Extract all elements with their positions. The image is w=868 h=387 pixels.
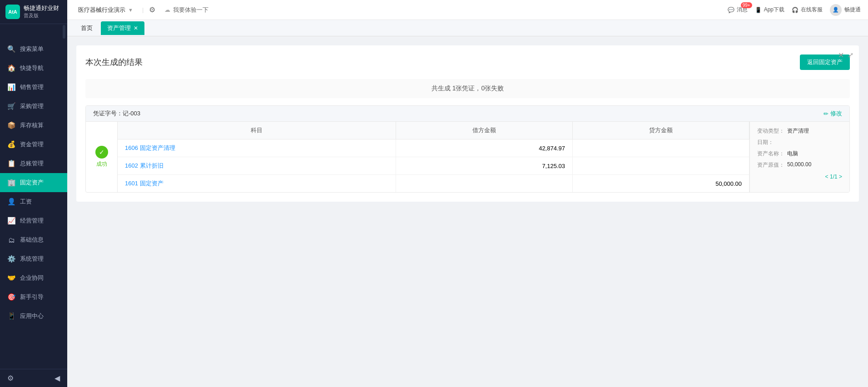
service-btn[interactable]: 🎧 在线客服 bbox=[792, 6, 823, 14]
tab-asset[interactable]: 资产管理 ✕ bbox=[101, 21, 144, 35]
funds-icon: 💰 bbox=[7, 140, 15, 149]
sidebar-item-guide[interactable]: 🎯 新手引导 bbox=[0, 288, 67, 307]
guide-icon: 🎯 bbox=[7, 293, 15, 301]
sidebar-item-inventory[interactable]: 📦 库存核算 bbox=[0, 116, 67, 135]
company-name: 医疗器械行业演示 bbox=[78, 6, 125, 14]
date-label: 日期： bbox=[757, 139, 774, 146]
expand-panel-btn[interactable]: ⤢ bbox=[848, 51, 853, 60]
credit-cell: 50,000.00 bbox=[573, 175, 749, 193]
app-download-label: App下载 bbox=[764, 6, 784, 14]
message-btn[interactable]: 💬 消息 99+ bbox=[728, 6, 748, 14]
voucher-table: 科目 借方金额 贷方金额 1606 固定资产清理 42,874.97 1602 … bbox=[118, 122, 749, 192]
sidebar-item-funds[interactable]: 💰 资金管理 bbox=[0, 135, 67, 154]
sidebar-item-payroll[interactable]: 👤 工资 bbox=[0, 192, 67, 211]
prev-btn[interactable]: < bbox=[825, 174, 828, 180]
tab-home[interactable]: 首页 bbox=[74, 21, 99, 35]
table-row: 1602 累计折旧 7,125.03 bbox=[118, 157, 749, 175]
status-text: 成功 bbox=[96, 160, 107, 168]
sidebar: AtA 畅捷通好业财 普及版 🔍 搜索菜单 🏠 快捷导航 📊 销售管理 🛒 采购… bbox=[0, 0, 67, 387]
page-title: 本次生成的结果 bbox=[85, 57, 143, 68]
result-header: 本次生成的结果 返回固定资产 bbox=[85, 55, 850, 70]
sidebar-item-basicinfo[interactable]: 🗂 基础信息 bbox=[0, 230, 67, 249]
sidebar-item-purchase[interactable]: 🛒 采购管理 bbox=[0, 97, 67, 116]
quicknav-icon: 🏠 bbox=[7, 64, 15, 72]
message-icon: 💬 bbox=[728, 7, 734, 13]
user-area[interactable]: 👤 畅捷通 bbox=[830, 4, 861, 16]
logo-area: AtA 畅捷通好业财 普及版 bbox=[0, 0, 67, 24]
subject-cell: 1601 固定资产 bbox=[118, 175, 396, 193]
sidebar-item-appcenter[interactable]: 📱 应用中心 bbox=[0, 307, 67, 326]
payroll-icon: 👤 bbox=[7, 198, 15, 206]
table-row: 1606 固定资产清理 42,874.97 bbox=[118, 139, 749, 157]
sidebar-item-operations[interactable]: 📈 经营管理 bbox=[0, 211, 67, 230]
voucher-main: ✓ 成功 科目 借方金额 贷方金额 bbox=[86, 122, 849, 192]
settings-icon[interactable]: ⚙ bbox=[7, 374, 14, 382]
app-download-btn[interactable]: 📱 App下载 bbox=[755, 6, 784, 14]
sysmanage-label: 系统管理 bbox=[20, 255, 44, 263]
debit-cell bbox=[396, 175, 573, 193]
result-summary: 共生成 1张凭证，0张失败 bbox=[85, 79, 850, 98]
change-type-label: 变动类型： bbox=[757, 127, 784, 135]
next-btn[interactable]: > bbox=[839, 174, 842, 180]
sidebar-footer: ⚙ ◀ bbox=[0, 369, 67, 387]
enterprise-icon: 🤝 bbox=[7, 274, 15, 282]
credit-cell bbox=[573, 157, 749, 175]
collapse-icon[interactable]: ◀ bbox=[55, 374, 60, 382]
sidebar-scroll: 🔍 搜索菜单 🏠 快捷导航 📊 销售管理 🛒 采购管理 📦 库存核算 💰 资金管… bbox=[0, 40, 67, 369]
guide-label: 新手引导 bbox=[20, 293, 44, 301]
debit-cell: 42,874.97 bbox=[396, 139, 573, 157]
quicknav-label: 快捷导航 bbox=[20, 64, 44, 72]
close-panel-btn[interactable]: ✕ bbox=[838, 51, 844, 60]
search-label: 搜索菜单 bbox=[20, 45, 44, 53]
panel-controls: ✕ ⤢ bbox=[838, 51, 853, 60]
sales-label: 销售管理 bbox=[20, 83, 44, 91]
voucher-number: 凭证字号：记-003 bbox=[93, 109, 140, 118]
voucher-header: 凭证字号：记-003 ✏ 修改 bbox=[86, 106, 849, 122]
logo-sub: 普及版 bbox=[24, 12, 59, 19]
service-label: 在线客服 bbox=[801, 6, 823, 14]
sidebar-item-ledger[interactable]: 📋 总账管理 bbox=[0, 154, 67, 173]
operations-icon: 📈 bbox=[7, 217, 15, 225]
sidebar-item-search[interactable]: 🔍 搜索菜单 bbox=[0, 40, 67, 59]
dropdown-icon: ▼ bbox=[128, 7, 133, 13]
success-icon: ✓ bbox=[95, 146, 108, 159]
original-value-label: 资产原值： bbox=[757, 161, 784, 169]
message-badge: 99+ bbox=[741, 2, 752, 8]
logo-icon: AtA bbox=[5, 5, 20, 19]
logo-text: 畅捷通好业财 bbox=[24, 5, 59, 12]
inventory-icon: 📦 bbox=[7, 121, 15, 129]
username: 畅捷通 bbox=[844, 6, 861, 14]
appcenter-icon: 📱 bbox=[7, 312, 15, 320]
settings-icon[interactable]: ⚙ bbox=[149, 5, 155, 14]
tabbar: 首页 资产管理 ✕ bbox=[67, 20, 868, 36]
avatar: 👤 bbox=[830, 4, 842, 16]
sidebar-item-sales[interactable]: 📊 销售管理 bbox=[0, 78, 67, 97]
sidebar-item-fixedasset[interactable]: 🏢 固定资产 bbox=[0, 173, 67, 192]
date-row: 日期： bbox=[757, 139, 842, 146]
fixedasset-label: 固定资产 bbox=[20, 179, 44, 187]
basicinfo-icon: 🗂 bbox=[7, 236, 15, 244]
col-credit: 贷方金额 bbox=[573, 122, 749, 139]
purchase-icon: 🛒 bbox=[7, 102, 15, 110]
debit-cell: 7,125.03 bbox=[396, 157, 573, 175]
voucher-info-panel: 变动类型： 资产清理 日期： 资产名称： 电脑 资产原值： bbox=[749, 122, 849, 192]
purchase-label: 采购管理 bbox=[20, 102, 44, 110]
sales-icon: 📊 bbox=[7, 83, 15, 91]
company-selector[interactable]: 医疗器械行业演示 ▼ bbox=[74, 4, 137, 16]
subject-cell: 1602 累计折旧 bbox=[118, 157, 396, 175]
experience-btn[interactable]: ☁ 我要体验一下 bbox=[161, 4, 212, 16]
page-info: 1/1 bbox=[830, 174, 839, 180]
original-value-value: 50,000.00 bbox=[787, 161, 811, 169]
edit-button[interactable]: ✏ 修改 bbox=[823, 109, 842, 118]
enterprise-label: 企业协同 bbox=[20, 274, 44, 282]
tab-close-btn[interactable]: ✕ bbox=[134, 25, 138, 31]
sidebar-item-quicknav[interactable]: 🏠 快捷导航 bbox=[0, 59, 67, 78]
main-area: 医疗器械行业演示 ▼ | ⚙ ☁ 我要体验一下 💬 消息 99+ 📱 App下载… bbox=[67, 0, 868, 387]
ledger-label: 总账管理 bbox=[20, 159, 44, 168]
sidebar-item-sysmanage[interactable]: ⚙️ 系统管理 bbox=[0, 249, 67, 268]
topbar-right: 💬 消息 99+ 📱 App下载 🎧 在线客服 👤 畅捷通 bbox=[728, 4, 861, 16]
appcenter-label: 应用中心 bbox=[20, 312, 44, 320]
change-type-value: 资产清理 bbox=[787, 127, 809, 135]
sidebar-item-enterprise[interactable]: 🤝 企业协同 bbox=[0, 268, 67, 288]
asset-name-value: 电脑 bbox=[787, 150, 798, 158]
